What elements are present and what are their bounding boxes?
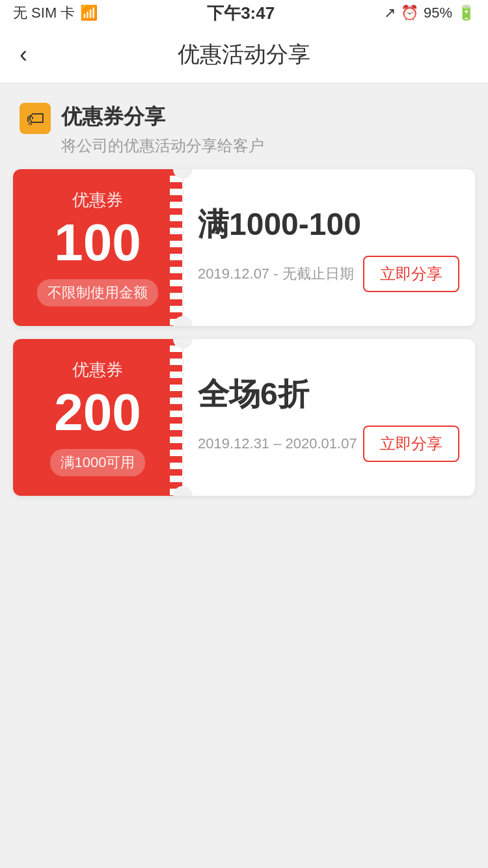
nav-bar: ‹ 优惠活动分享 xyxy=(0,26,488,83)
page-title: 优惠活动分享 xyxy=(178,40,310,70)
battery-text: 95% xyxy=(424,5,452,21)
coupon-date-1: 2019.12.07 - 无截止日期 xyxy=(198,264,363,284)
bottom-empty-area xyxy=(0,509,488,868)
coupon-label-1: 优惠券 xyxy=(72,189,123,211)
coupon-title-2: 全场6折 xyxy=(198,373,459,415)
status-left: 无 SIM 卡 📶 xyxy=(13,3,98,23)
coupon-title-1: 满1000-100 xyxy=(198,204,459,245)
alarm-icon: ⏰ xyxy=(401,5,418,21)
coupon-card-2: 优惠券 200 满1000可用 全场6折 2019.12.31 – 2020.0… xyxy=(13,339,475,496)
section-icon: 🏷 xyxy=(20,103,51,134)
coupon-card: 优惠券 100 不限制使用金额 满1000-100 2019.12.07 - 无… xyxy=(13,169,475,326)
coupon-amount-2: 200 xyxy=(54,387,141,439)
section-subtitle: 将公司的优惠活动分享给客户 xyxy=(61,135,264,156)
coupon-left-1: 优惠券 100 不限制使用金额 xyxy=(13,169,182,326)
coupon-condition-2: 满1000可用 xyxy=(50,449,146,476)
coupon-date-2: 2019.12.31 – 2020.01.07 xyxy=(198,435,363,452)
coupon-bottom-row-2: 2019.12.31 – 2020.01.07 立即分享 xyxy=(198,426,459,462)
share-button-2[interactable]: 立即分享 xyxy=(363,426,459,462)
coupon-condition-1: 不限制使用金额 xyxy=(37,279,158,306)
no-sim-text: 无 SIM 卡 xyxy=(13,3,75,23)
share-button-1[interactable]: 立即分享 xyxy=(363,256,459,292)
coupon-label-2: 优惠券 xyxy=(72,359,123,381)
coupon-list: 优惠券 100 不限制使用金额 满1000-100 2019.12.07 - 无… xyxy=(0,169,488,509)
status-right: ↗ ⏰ 95% 🔋 xyxy=(384,5,475,21)
section-header: 🏷 优惠券分享 将公司的优惠活动分享给客户 xyxy=(0,83,488,169)
wifi-icon: 📶 xyxy=(80,5,98,21)
status-time: 下午3:47 xyxy=(207,2,275,25)
location-icon: ↗ xyxy=(384,5,396,21)
section-text: 优惠券分享 将公司的优惠活动分享给客户 xyxy=(61,103,264,156)
status-bar: 无 SIM 卡 📶 下午3:47 ↗ ⏰ 95% 🔋 xyxy=(0,0,488,26)
coupon-bottom-row-1: 2019.12.07 - 无截止日期 立即分享 xyxy=(198,256,459,292)
coupon-right-1: 满1000-100 2019.12.07 - 无截止日期 立即分享 xyxy=(182,169,475,326)
coupon-right-2: 全场6折 2019.12.31 – 2020.01.07 立即分享 xyxy=(182,339,475,496)
battery-icon: 🔋 xyxy=(457,5,475,21)
coupon-left-2: 优惠券 200 满1000可用 xyxy=(13,339,182,496)
coupon-amount-1: 100 xyxy=(54,217,141,269)
back-button[interactable]: ‹ xyxy=(20,41,27,68)
section-title: 优惠券分享 xyxy=(61,103,264,131)
